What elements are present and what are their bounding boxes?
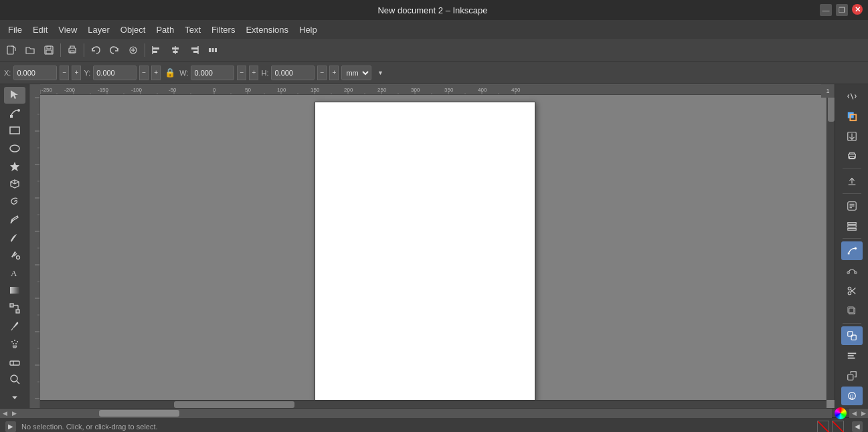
menu-item-path[interactable]: Path	[151, 23, 179, 37]
spiral-tool[interactable]	[4, 193, 25, 210]
clone-button[interactable]	[841, 326, 863, 345]
xml-editor-button[interactable]	[841, 87, 863, 106]
menu-item-layer[interactable]: Layer	[82, 23, 115, 37]
ellipse-tool[interactable]	[4, 140, 25, 157]
svg-rect-123	[849, 156, 854, 159]
bottom-scroll-thumb[interactable]	[99, 410, 179, 417]
y-input[interactable]	[93, 66, 137, 80]
x-input[interactable]	[13, 66, 57, 80]
unit-select[interactable]: mm px in cm pt	[341, 66, 371, 80]
svg-line-152	[833, 421, 845, 433]
selector-tool[interactable]	[4, 87, 25, 104]
w-input[interactable]	[191, 66, 234, 80]
fill-color-box[interactable]	[817, 421, 829, 433]
spray-tool[interactable]	[4, 336, 25, 352]
horizontal-scrollbar[interactable]	[40, 400, 827, 408]
menu-item-file[interactable]: File	[3, 23, 27, 37]
maximize-button[interactable]: ❐	[836, 4, 848, 16]
layers-button[interactable]	[841, 217, 863, 235]
svg-rect-133	[847, 253, 849, 255]
symbols-button[interactable]: Ω	[841, 387, 863, 405]
close-button[interactable]: ✕	[852, 4, 863, 15]
text-tool[interactable]: A	[4, 265, 25, 282]
svg-line-151	[818, 421, 830, 433]
minimize-button[interactable]: —	[820, 4, 832, 16]
separator2	[84, 43, 84, 57]
scroll-left-button[interactable]: ◀	[0, 409, 9, 418]
svg-text:-150: -150	[98, 87, 109, 93]
horizontal-scroll-thumb[interactable]	[174, 401, 294, 408]
menu-item-object[interactable]: Object	[115, 23, 151, 37]
y-increment[interactable]: +	[151, 66, 161, 80]
x-increment[interactable]: +	[72, 66, 81, 80]
vertical-scroll-thumb[interactable]	[828, 95, 835, 122]
w-label: W:	[179, 69, 188, 77]
3dbox-tool[interactable]	[4, 176, 25, 193]
menu-item-text[interactable]: Text	[179, 23, 206, 37]
export-button[interactable]	[841, 127, 863, 146]
redo-button[interactable]	[106, 41, 123, 59]
zoom-tool[interactable]	[4, 371, 25, 388]
eyedropper-tool[interactable]	[4, 318, 25, 334]
scroll-down-button[interactable]: ▶	[859, 409, 868, 418]
scroll-up-button[interactable]: ◀	[849, 409, 859, 418]
open-button[interactable]	[21, 41, 39, 59]
align-center-button[interactable]	[167, 41, 184, 59]
y-decrement[interactable]: −	[139, 66, 149, 80]
eraser-tool[interactable]	[4, 353, 25, 370]
connector-tool[interactable]	[4, 300, 25, 317]
menu-item-edit[interactable]: Edit	[27, 23, 53, 37]
stroke-color-box[interactable]	[832, 421, 844, 433]
lock-button[interactable]: 🔒	[163, 66, 177, 80]
path-effects-button[interactable]	[841, 261, 863, 280]
print-panel-button[interactable]	[841, 147, 863, 166]
cmd-extra[interactable]	[124, 41, 142, 59]
ruler-corner	[29, 84, 40, 95]
svg-point-30	[16, 256, 19, 259]
menu-item-view[interactable]: View	[53, 23, 82, 37]
x-decrement[interactable]: −	[60, 66, 69, 80]
paintbucket-tool[interactable]	[4, 247, 25, 263]
color-wheel[interactable]	[835, 407, 847, 419]
vertical-scrollbar[interactable]	[827, 95, 835, 400]
statusbar-expand-left[interactable]: ▶	[5, 421, 16, 432]
h-input[interactable]	[271, 66, 315, 80]
svg-rect-32	[10, 287, 19, 294]
transform-button[interactable]	[841, 366, 863, 385]
align-left-button[interactable]	[148, 41, 165, 59]
scroll-right-button[interactable]: ▶	[9, 409, 19, 418]
distribute-button[interactable]	[204, 41, 222, 59]
svg-rect-132	[847, 229, 855, 231]
offset-button[interactable]	[841, 302, 863, 320]
node-editor-tool[interactable]	[4, 105, 25, 122]
pencil-tool[interactable]	[4, 211, 25, 228]
unit-dropdown[interactable]: ▼	[374, 64, 386, 82]
svg-rect-34	[16, 310, 19, 313]
expand-tools-button[interactable]	[4, 389, 25, 406]
menu-item-filters[interactable]: Filters	[206, 23, 240, 37]
undo-button[interactable]	[87, 41, 104, 59]
statusbar-expand-right[interactable]: ◀	[852, 421, 863, 432]
cut-path-button[interactable]	[841, 282, 863, 300]
gradient-tool[interactable]	[4, 282, 25, 299]
menu-item-extensions[interactable]: Extensions	[240, 23, 294, 37]
menu-item-help[interactable]: Help	[294, 23, 323, 37]
import-button[interactable]	[841, 172, 863, 191]
svg-rect-3	[46, 50, 52, 53]
align-right-button[interactable]	[185, 41, 203, 59]
rectangle-tool[interactable]	[4, 122, 25, 139]
bottom-scrollbar[interactable]	[19, 409, 832, 418]
save-button[interactable]	[40, 41, 58, 59]
print-button[interactable]	[64, 41, 81, 59]
calligraphy-tool[interactable]	[4, 229, 25, 246]
w-increment[interactable]: +	[249, 66, 258, 80]
new-button[interactable]	[3, 41, 20, 59]
h-decrement[interactable]: −	[317, 66, 327, 80]
object-properties-button[interactable]	[841, 197, 863, 215]
node-tool-right[interactable]	[841, 241, 863, 260]
h-increment[interactable]: +	[329, 66, 339, 80]
fill-stroke-button[interactable]	[841, 107, 863, 126]
align-button[interactable]	[841, 346, 863, 365]
w-decrement[interactable]: −	[237, 66, 246, 80]
star-tool[interactable]	[4, 158, 25, 175]
